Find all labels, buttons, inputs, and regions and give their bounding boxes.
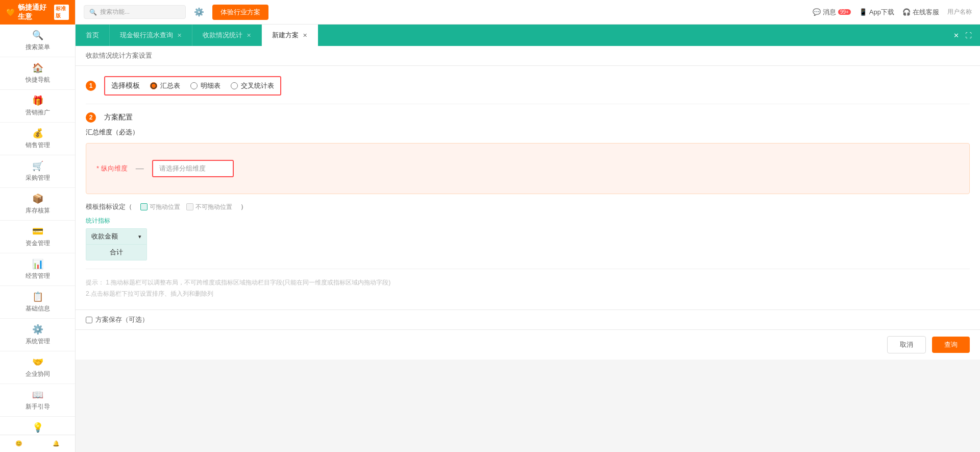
query-button[interactable]: 查询 — [932, 337, 970, 353]
sidebar-bottom-icon1[interactable]: 😊 — [15, 440, 22, 447]
sidebar-bottom-icon2[interactable]: 🔔 — [53, 440, 60, 447]
sidebar-icon-finance: 💳 — [32, 226, 43, 237]
cancel-button[interactable]: 取消 — [887, 336, 926, 353]
trial-button[interactable]: 体验行业方案 — [212, 5, 268, 20]
tab-newplan[interactable]: 新建方案 ✕ — [262, 25, 318, 46]
metrics-col-header-text: 收款金额 — [91, 232, 118, 241]
dimension-area: * 纵向维度 — 请选择分组维度 — [86, 143, 970, 194]
download-button[interactable]: 📱 App下载 — [859, 8, 894, 17]
sidebar-item-search[interactable]: 🔍 搜索菜单 — [0, 25, 75, 57]
legend-fixed-label: 不可拖动位置 — [195, 203, 232, 211]
metrics-grid-wrapper: 统计指标 收款金额 ▾ 合计 — [86, 217, 970, 260]
tab-home[interactable]: 首页 — [76, 25, 110, 46]
service-button[interactable]: 🎧 在线客服 — [902, 8, 939, 17]
sidebar-icon-basic: 📋 — [32, 291, 43, 302]
save-plan-checkbox-label[interactable]: 方案保存（可选） — [86, 315, 149, 324]
sidebar-item-inventory[interactable]: 📦 库存核算 — [0, 188, 75, 221]
step2-row: 2 方案配置 — [86, 112, 970, 123]
radio-summary[interactable]: 汇总表 — [150, 81, 180, 90]
legend-draggable-box — [140, 203, 148, 210]
user-name: 用户名称 — [947, 8, 972, 16]
sidebar-icon-marketing: 🎁 — [32, 95, 43, 106]
sidebar-icon-guide: 📖 — [32, 389, 43, 400]
action-bar: 取消 查询 — [76, 329, 980, 360]
sidebar-label-corp: 企业协同 — [26, 370, 50, 378]
sidebar-label-sales: 销售管理 — [26, 141, 50, 150]
section-divider-1 — [86, 104, 970, 104]
download-icon: 📱 — [859, 8, 867, 16]
radio-detail-input[interactable] — [190, 82, 198, 89]
search-icon: 🔍 — [89, 9, 97, 16]
dimension-select-text: 请选择分组维度 — [159, 164, 206, 172]
tab-collection[interactable]: 收款情况统计 ✕ — [192, 25, 262, 46]
settings-icon[interactable]: ⚙️ — [194, 7, 204, 17]
sidebar-item-quicknav[interactable]: 🏠 快捷导航 — [0, 57, 75, 90]
metrics-header: 模板指标设定（ 可拖动位置 不可拖动位置 ） — [86, 202, 970, 211]
sidebar-item-basic[interactable]: 📋 基础信息 — [0, 286, 75, 319]
sidebar-menu: 🔍 搜索菜单 🏠 快捷导航 🎁 营销推广 💰 销售管理 🛒 采购管理 📦 库存核… — [0, 25, 75, 435]
dim-row: * 纵向维度 — 请选择分组维度 — [96, 160, 234, 177]
sidebar-item-sales[interactable]: 💰 销售管理 — [0, 123, 75, 155]
tab-newplan-close[interactable]: ✕ — [303, 32, 307, 39]
radio-summary-label: 汇总表 — [160, 81, 180, 90]
vertical-label: * 纵向维度 — [96, 164, 128, 173]
tips-area: 提示： 1.拖动标题栏可以调整布局，不可跨维度或指标区域拖动栏目字段(只能在同一… — [86, 269, 970, 299]
step2-label: 方案配置 — [104, 113, 133, 122]
breadcrumb: 收款情况统计方案设置 — [76, 46, 980, 66]
tab-collection-close[interactable]: ✕ — [247, 32, 251, 39]
service-label: 在线客服 — [913, 8, 939, 17]
sidebar-item-finance[interactable]: 💳 资金管理 — [0, 221, 75, 253]
topbar: 🔍 搜索功能... ⚙️ 体验行业方案 💬 消息 99+ 📱 App下载 🎧 在… — [76, 0, 980, 25]
template-radio-group: 汇总表 明细表 交叉统计表 — [150, 81, 274, 90]
legend-draggable: 可拖动位置 — [140, 203, 180, 211]
radio-detail[interactable]: 明细表 — [190, 81, 220, 90]
sidebar-icon-search: 🔍 — [32, 30, 43, 41]
step2-badge: 2 — [86, 112, 96, 123]
sidebar-item-purchase[interactable]: 🛒 采购管理 — [0, 155, 75, 188]
radio-summary-input[interactable] — [150, 82, 157, 89]
download-label: App下载 — [869, 8, 894, 17]
step1-badge: 1 — [86, 81, 96, 91]
drag-legend: 可拖动位置 不可拖动位置 — [140, 203, 232, 211]
search-box[interactable]: 🔍 搜索功能... — [84, 5, 186, 19]
tab-close-all-icon[interactable]: ✕ — [953, 32, 959, 39]
tab-cashflow[interactable]: 现金银行流水查询 ✕ — [110, 25, 192, 46]
sidebar-item-guide[interactable]: 📖 新手引导 — [0, 384, 75, 417]
sidebar-icon-hardware: 💡 — [32, 422, 43, 433]
sidebar-label-quicknav: 快捷导航 — [26, 76, 50, 84]
search-placeholder-text: 搜索功能... — [100, 8, 130, 16]
sidebar: 🧡 畅捷通好生意 标准版 🔍 搜索菜单 🏠 快捷导航 🎁 营销推广 💰 销售管理… — [0, 0, 76, 452]
sidebar-item-marketing[interactable]: 🎁 营销推广 — [0, 90, 75, 123]
sidebar-label-operation: 经营管理 — [26, 272, 50, 280]
sidebar-icon-quicknav: 🏠 — [32, 62, 43, 74]
sidebar-item-hardware[interactable]: 💡 智能硬件 — [0, 417, 75, 435]
app-name: 畅捷通好生意 — [18, 3, 51, 21]
topbar-right: 💬 消息 99+ 📱 App下载 🎧 在线客服 用户名称 — [813, 8, 972, 17]
arrow-icon: — — [136, 164, 144, 173]
sidebar-item-system[interactable]: ⚙️ 系统管理 — [0, 319, 75, 351]
tabbar: 首页 现金银行流水查询 ✕ 收款情况统计 ✕ 新建方案 ✕ ✕ ⛶ — [76, 25, 980, 46]
tip-1-text: 1.拖动标题栏可以调整布局，不可跨维度或指标区域拖动栏目字段(只能在同一维度或指… — [106, 279, 390, 286]
radio-cross-label: 交叉统计表 — [241, 81, 274, 90]
save-plan-checkbox[interactable] — [86, 317, 92, 323]
sidebar-item-operation[interactable]: 📊 经营管理 — [0, 253, 75, 286]
sidebar-label-guide: 新手引导 — [26, 402, 50, 411]
tip-2-text: 2.点击标题栏下拉可设置排序、插入列和删除列 — [86, 290, 213, 297]
step1-row: 1 选择模板 汇总表 明细表 交叉统 — [86, 76, 970, 96]
save-plan-label: 方案保存（可选） — [95, 315, 149, 324]
radio-cross-input[interactable] — [231, 82, 238, 89]
metrics-col-header-cell[interactable]: 收款金额 ▾ — [86, 229, 146, 245]
radio-detail-label: 明细表 — [201, 81, 220, 90]
metrics-col-dropdown-icon[interactable]: ▾ — [138, 233, 141, 240]
message-button[interactable]: 💬 消息 99+ — [813, 8, 851, 17]
sidebar-item-corp[interactable]: 🤝 企业协同 — [0, 351, 75, 384]
radio-cross[interactable]: 交叉统计表 — [231, 81, 274, 90]
legend-fixed: 不可拖动位置 — [186, 203, 232, 211]
main-area: 🔍 搜索功能... ⚙️ 体验行业方案 💬 消息 99+ 📱 App下载 🎧 在… — [76, 0, 980, 452]
sidebar-icon-sales: 💰 — [32, 128, 43, 139]
tab-cashflow-close[interactable]: ✕ — [177, 32, 182, 39]
dimension-select[interactable]: 请选择分组维度 — [152, 160, 234, 177]
tab-expand-icon[interactable]: ⛶ — [965, 32, 972, 39]
tip-title: 提示： — [86, 279, 104, 286]
sidebar-label-system: 系统管理 — [26, 337, 50, 346]
